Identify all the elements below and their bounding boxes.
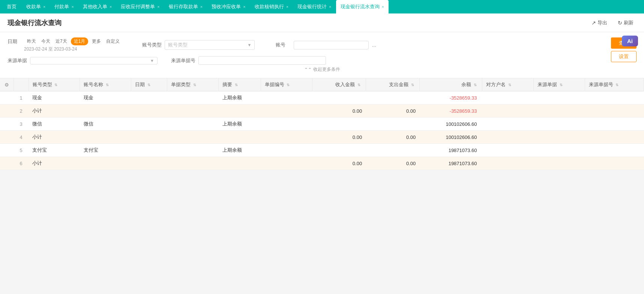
td-row-no: 6 bbox=[14, 157, 29, 170]
td-expense: 0.00 bbox=[366, 131, 419, 144]
td-account-type: 支付宝 bbox=[29, 144, 80, 157]
date-btn-custom[interactable]: 自定义 bbox=[105, 37, 121, 45]
td-account-type: 小计 bbox=[29, 131, 80, 144]
nav-tab-yushouquchong[interactable]: 预收冲应收单× bbox=[207, 0, 250, 13]
close-icon[interactable]: × bbox=[329, 0, 331, 13]
td-account-type: 现金 bbox=[29, 91, 80, 104]
close-icon[interactable]: × bbox=[157, 0, 159, 13]
export-icon: ↗ bbox=[591, 20, 596, 26]
sort-icon-source-voucher[interactable]: ⇅ bbox=[560, 83, 563, 87]
close-icon[interactable]: × bbox=[200, 0, 203, 13]
td-income bbox=[312, 91, 366, 104]
td-voucher-type bbox=[167, 118, 219, 131]
page-title: 现金银行流水查询 bbox=[8, 18, 62, 27]
nav-tab-shoukuanhexiao[interactable]: 收款核销执行× bbox=[250, 0, 293, 13]
td-expense bbox=[366, 144, 419, 157]
sort-icon-balance[interactable]: ⇅ bbox=[474, 83, 477, 87]
close-icon[interactable]: × bbox=[43, 0, 45, 13]
td-row-no: 4 bbox=[14, 131, 29, 144]
close-icon[interactable]: × bbox=[110, 0, 112, 13]
nav-tab-xianjinyinhang[interactable]: 现金银行统计× bbox=[293, 0, 336, 13]
td-source-voucher-no bbox=[585, 157, 644, 170]
date-shortcuts: 昨天 今天 近7天 近1月 更多 自定义 bbox=[26, 37, 121, 45]
account-type-placeholder: 账号类型 bbox=[168, 42, 188, 48]
top-navigation: 首页 收款单×付款单×其他收入单×应收应付调整单×银行存取款单×预收冲应收单×收… bbox=[0, 0, 644, 13]
refresh-button[interactable]: ↻ 刷新 bbox=[615, 18, 636, 28]
td-date bbox=[131, 118, 167, 131]
td-voucher-type bbox=[167, 104, 219, 118]
nav-tab-shoukuan[interactable]: 收款单× bbox=[22, 0, 50, 13]
td-source-voucher bbox=[533, 157, 585, 170]
table-row: 6 小计 0.00 0.00 19871073.60 bbox=[0, 157, 644, 170]
td-row-no: 5 bbox=[14, 144, 29, 157]
th-expense: 支出金额 ⇅ bbox=[366, 78, 419, 91]
export-button[interactable]: ↗ 导出 bbox=[588, 18, 610, 28]
sort-icon-account-type[interactable]: ⇅ bbox=[54, 83, 57, 87]
td-voucher-type bbox=[167, 144, 219, 157]
account-type-label: 账号类型 bbox=[142, 42, 162, 48]
td-gear bbox=[0, 131, 14, 144]
account-label: 账号 bbox=[276, 42, 291, 48]
th-voucher-type-label: 单据类型 bbox=[171, 82, 191, 87]
table-row: 5 支付宝 支付宝 上期余额 19871073.60 bbox=[0, 144, 644, 157]
td-income bbox=[312, 118, 366, 131]
td-source-voucher bbox=[533, 91, 585, 104]
nav-tab-yingshouyingfu[interactable]: 应收应付调整单× bbox=[116, 0, 164, 13]
td-source-voucher bbox=[533, 131, 585, 144]
th-date: 日期 ⇅ bbox=[131, 78, 167, 91]
gear-icon[interactable]: ⚙ bbox=[5, 82, 9, 88]
td-date bbox=[131, 144, 167, 157]
account-dots[interactable]: ... bbox=[372, 42, 376, 48]
source-voucher-select[interactable]: ▼ bbox=[30, 57, 158, 64]
nav-home[interactable]: 首页 bbox=[2, 3, 22, 10]
sort-icon-voucher-no[interactable]: ⇅ bbox=[287, 83, 290, 87]
nav-tab-qita[interactable]: 其他收入单× bbox=[78, 0, 116, 13]
th-gear: ⚙ bbox=[0, 78, 14, 91]
td-account-name: 现金 bbox=[80, 91, 131, 104]
nav-tab-fukuan[interactable]: 付款单× bbox=[50, 0, 78, 13]
sort-icon-expense[interactable]: ⇅ bbox=[411, 83, 414, 87]
sort-icon-date[interactable]: ⇅ bbox=[147, 83, 150, 87]
collapse-icon: ⌃⌃ bbox=[304, 67, 312, 72]
sort-icon-income[interactable]: ⇅ bbox=[357, 83, 360, 87]
source-voucher-no-input[interactable] bbox=[198, 56, 326, 65]
account-input[interactable] bbox=[294, 41, 369, 49]
nav-tab-liushui[interactable]: 现金银行流水查询× bbox=[336, 0, 389, 13]
sort-icon-summary[interactable]: ⇅ bbox=[235, 83, 238, 87]
account-type-select[interactable]: 账号类型 ▼ bbox=[165, 40, 255, 50]
account-type-chevron-icon: ▼ bbox=[247, 43, 251, 47]
settings-button[interactable]: 设置 bbox=[611, 51, 636, 62]
sort-icon-account-name[interactable]: ⇅ bbox=[106, 83, 109, 87]
td-income: 0.00 bbox=[312, 104, 366, 118]
td-account-name bbox=[80, 131, 131, 144]
sort-icon-voucher-type[interactable]: ⇅ bbox=[193, 83, 196, 87]
nav-tab-yinhangcunqu[interactable]: 银行存取款单× bbox=[164, 0, 207, 13]
td-balance: 19871073.60 bbox=[419, 157, 482, 170]
td-source-voucher bbox=[533, 144, 585, 157]
table-row: 2 小计 0.00 0.00 -3528659.33 bbox=[0, 104, 644, 118]
td-date bbox=[131, 91, 167, 104]
close-icon[interactable]: × bbox=[286, 0, 288, 13]
date-btn-1month[interactable]: 近1月 bbox=[71, 37, 89, 45]
td-gear bbox=[0, 91, 14, 104]
td-voucher-no bbox=[261, 91, 312, 104]
close-icon[interactable]: × bbox=[71, 0, 74, 13]
sort-icon-source-voucher-no[interactable]: ⇅ bbox=[615, 83, 618, 87]
date-btn-today[interactable]: 今天 bbox=[40, 37, 52, 45]
td-balance: -3528659.33 bbox=[419, 104, 482, 118]
collapse-bar[interactable]: ⌃⌃ 收起更多条件 bbox=[8, 65, 636, 74]
td-source-voucher-no bbox=[585, 144, 644, 157]
date-btn-7days[interactable]: 近7天 bbox=[54, 37, 69, 45]
close-icon[interactable]: × bbox=[243, 0, 245, 13]
td-summary bbox=[219, 131, 261, 144]
td-voucher-no bbox=[261, 131, 312, 144]
date-btn-more[interactable]: 更多 bbox=[90, 37, 102, 45]
th-summary: 摘要 ⇅ bbox=[219, 78, 261, 91]
page-header: 现金银行流水查询 ↗ 导出 ↻ 刷新 bbox=[0, 13, 644, 32]
date-btn-yesterday[interactable]: 昨天 bbox=[26, 37, 38, 45]
sort-icon-counterpart[interactable]: ⇅ bbox=[508, 83, 511, 87]
ai-assistant-button[interactable]: Ai bbox=[622, 36, 638, 46]
td-voucher-no bbox=[261, 157, 312, 170]
close-icon[interactable]: × bbox=[382, 0, 384, 13]
td-account-type: 小计 bbox=[29, 104, 80, 118]
